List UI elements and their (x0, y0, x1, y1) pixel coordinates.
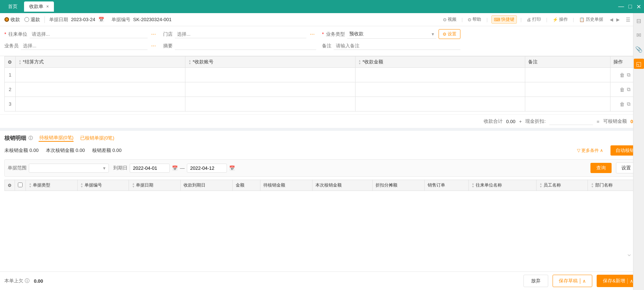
history-btn[interactable]: 📋 历史单据 (578, 16, 605, 23)
due-date-label: 到期日 (113, 165, 127, 171)
save-new-dropdown-icon[interactable]: ∧ (627, 278, 633, 284)
copy-icon-1[interactable]: ⧉ (627, 72, 631, 78)
section-divider (0, 128, 644, 131)
cell-account-1[interactable] (185, 68, 355, 82)
footer-info-icon[interactable]: ⓘ (25, 278, 30, 284)
pending-tab[interactable]: 待核销单据(0笔) (39, 134, 74, 142)
date-from-input[interactable] (130, 164, 170, 173)
col-gear[interactable]: ⚙ (5, 56, 16, 68)
receipt-radio[interactable]: 收款 (4, 16, 20, 23)
operations-icon: ⚡ (553, 17, 558, 22)
delete-icon-1[interactable]: 🗑 (620, 72, 625, 78)
sidebar-expand-icon[interactable]: ◱ (634, 59, 644, 69)
minimize-btn[interactable]: — (618, 3, 624, 10)
tab-home[interactable]: 首页 (3, 1, 23, 12)
copy-icon-2[interactable]: ⧉ (627, 86, 631, 93)
cell-account-2[interactable] (185, 82, 355, 97)
help-icon: ⊙ (468, 17, 471, 22)
filter-fields: 单据范围 ▾ 到期日 📅 — 📅 查询 (4, 159, 640, 177)
maximize-btn[interactable]: □ (628, 3, 632, 10)
cell-settle-3[interactable] (16, 97, 185, 111)
staff-label: 业务员 (4, 43, 19, 49)
save-draft-dropdown-icon[interactable]: ∧ (580, 278, 586, 284)
cell-settle-1[interactable] (16, 68, 185, 82)
more-filter-btn[interactable]: ▽ 更多条件 ∧ (577, 148, 603, 154)
sidebar-table-icon[interactable]: ⊟ (635, 16, 643, 26)
video-btn[interactable]: ⊙ 视频 (441, 16, 458, 23)
staff-more-icon[interactable]: ··· (150, 43, 157, 49)
business-type-field: * 业务类型 预收款 ▾ ⚙ 设置 (322, 29, 460, 39)
date-to-input[interactable] (187, 164, 227, 173)
note-input[interactable] (334, 42, 460, 50)
form-area: * 往来单位 ··· 门店 ··· * (0, 26, 644, 56)
tab-receipt[interactable]: 收款单 × (24, 1, 54, 12)
business-type-select[interactable]: 预收款 ▾ (347, 30, 436, 39)
chevron-down-icon: ▾ (432, 31, 434, 37)
gear-icon: ⚙ (8, 59, 12, 65)
staff-input[interactable] (21, 42, 148, 50)
sidebar-attach-icon[interactable]: 📎 (634, 44, 644, 54)
col-settle: ▲▼ *结算方式 (16, 56, 185, 68)
note-label: 备注 (322, 43, 331, 49)
range-field: 单据范围 ▾ (8, 164, 109, 173)
help-btn[interactable]: ⊙ 帮助 (466, 16, 483, 23)
cal-to-icon[interactable]: 📅 (229, 165, 235, 171)
col-b-check[interactable] (15, 180, 26, 191)
verify-label: 可核销金额 (603, 118, 627, 125)
info-icon[interactable]: ⓘ (28, 135, 33, 141)
done-tab[interactable]: 已核销单据(0笔) (79, 135, 114, 141)
due-date-field: 到期日 📅 — 📅 (113, 164, 235, 173)
summary-field: 摘要 (163, 42, 316, 50)
store-input[interactable] (175, 30, 306, 38)
close-btn[interactable]: ✕ (636, 3, 641, 10)
cal-from-icon[interactable]: 📅 (172, 165, 178, 171)
shortcut-btn[interactable]: ⌨ 快捷键 (491, 15, 517, 24)
cell-note-2[interactable] (525, 82, 610, 97)
store-field: 门店 ··· (163, 30, 316, 38)
col-b-amount: 金额 (232, 180, 260, 191)
select-all-checkbox[interactable] (18, 183, 23, 187)
staff-field: 业务员 ··· (4, 42, 157, 50)
refund-radio[interactable]: 退款 (24, 16, 40, 23)
tab-bar: 首页 收款单 × — □ ✕ (0, 0, 644, 13)
business-type-label: * 业务类型 (322, 31, 345, 38)
nav-next[interactable]: ▶ (615, 17, 621, 23)
chevron-down-icon: ▾ (103, 165, 106, 171)
discount-input[interactable] (549, 118, 593, 125)
cell-amount-3[interactable] (355, 97, 525, 111)
range-select[interactable]: ▾ (29, 164, 109, 173)
sidebar-mail-icon[interactable]: ✉ (635, 30, 643, 40)
abandon-btn[interactable]: 放弃 (523, 275, 548, 287)
cell-settle-2[interactable] (16, 82, 185, 97)
partner-input[interactable] (30, 30, 148, 38)
nav-prev[interactable]: ◀ (608, 17, 614, 23)
bottom-table-area: ⚙ ▲▼ 单据类型 ▲▼ 单据编号 (4, 180, 640, 191)
cell-amount-2[interactable] (355, 82, 525, 97)
date-label: 单据日期 (49, 16, 68, 23)
note-field: 备注 (322, 42, 460, 50)
cell-amount-1[interactable] (355, 68, 525, 82)
col-amount: ▲▼ *收款金额 (355, 56, 525, 68)
cell-account-3[interactable] (185, 97, 355, 111)
copy-icon-3[interactable]: ⧉ (627, 101, 631, 107)
scroll-indicator: ⌄ (626, 249, 632, 258)
cell-note-1[interactable] (525, 68, 610, 82)
row-num-2: 2 (5, 82, 16, 97)
save-draft-btn[interactable]: 保存草稿 ∧ (553, 275, 592, 287)
store-more-icon[interactable]: ··· (309, 31, 316, 38)
query-btn[interactable]: 查询 (590, 163, 612, 173)
list-view-btn[interactable]: ☰ (624, 16, 632, 23)
partner-more-icon[interactable]: ··· (150, 31, 157, 38)
delete-icon-2[interactable]: 🗑 (620, 87, 625, 93)
col-b-gear[interactable]: ⚙ (5, 180, 15, 191)
cell-note-3[interactable] (525, 97, 610, 111)
tab-close-icon[interactable]: × (46, 4, 49, 9)
operations-btn[interactable]: ⚡ 操作 (551, 16, 569, 23)
col-b-discount: 折扣分摊额 (372, 180, 424, 191)
print-btn[interactable]: 🖨 打印 (525, 16, 542, 23)
receipt-refund-group: 收款 退款 (4, 16, 40, 23)
summary-input[interactable] (175, 42, 316, 50)
settings-button[interactable]: ⚙ 设置 (439, 29, 460, 39)
calendar-icon[interactable]: 📅 (98, 17, 104, 22)
delete-icon-3[interactable]: 🗑 (620, 101, 625, 107)
